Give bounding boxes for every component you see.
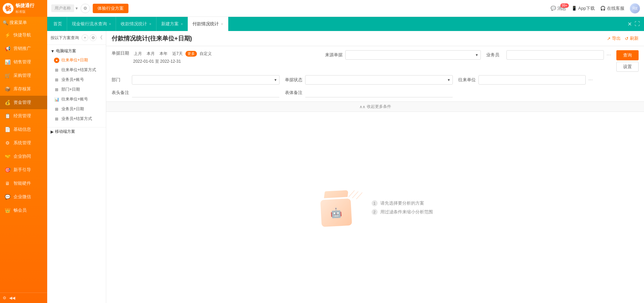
scheme-add-btn[interactable]: + [82,34,88,41]
query-btn[interactable]: 查询 [616,50,639,60]
date-btn-custom[interactable]: 自定义 [198,50,214,57]
sidebar-item-basic-info[interactable]: 📄 基础信息 [0,123,47,136]
sidebar-item-hardware[interactable]: 🖥 智能硬件 [0,177,47,190]
table-body-note-input[interactable] [305,88,453,97]
topbar-notifications[interactable]: 💬 消息 99+ [551,5,566,11]
sidebar-item-enterprise[interactable]: 🤝 企业协同 [0,150,47,163]
scheme-item-salesman-date[interactable]: ⊞ 业务员+日期 [47,104,106,114]
tab-payment-stats[interactable]: 付款情况统计 × [188,17,228,31]
sidebar-search-item[interactable]: 🔍 搜索菜单 [0,17,47,28]
sidebar-item-sales[interactable]: 📊 销售管理 [0,55,47,69]
tab-collection-stats[interactable]: 收款情况统计 × [116,17,156,31]
app-icon: 📱 [572,6,577,11]
doc-status-select[interactable] [305,75,453,85]
export-btn[interactable]: ↗ 导出 [607,35,621,41]
desktop-group-chevron-icon [51,49,55,54]
date-btn-7days[interactable]: 近7天 [170,50,185,57]
date-filter-label: 单据日期 [112,50,129,56]
scheme-item-unit-settle[interactable]: ⊞ 往来单位+结算方式 [47,65,106,75]
service-icon: 🎧 [600,6,606,11]
scheme-item-dept-date[interactable]: ⊞ 部门+日期 [47,85,106,94]
notifications-badge: 99+ [560,3,569,8]
guide-icon: 🎯 [4,166,11,173]
scheme-item-salesman-account-label: 业务员+账号 [61,77,84,83]
collapse-bar-icon: ∧∧ [359,104,365,109]
date-btn-this-year[interactable]: 本年 [157,50,170,57]
sidebar-logo-sub: 标准版 [16,9,34,14]
date-btn-more[interactable]: 更多 [185,51,197,57]
collapse-bar-text: ∧∧ 收起更多条件 [359,104,391,110]
source-doc-filter: 来源单据 [325,50,481,60]
source-doc-select[interactable] [345,50,481,60]
scheme-item-unit-account-label: 往来单位+账号 [61,96,88,102]
message-icon: 💬 [551,6,556,11]
tab-cash-flow[interactable]: 现金银行流水查询 × [67,17,116,31]
date-btn-last-month[interactable]: 上月 [132,50,144,57]
tab-new-scheme[interactable]: 新建方案 × [156,17,188,31]
tab-new-scheme-close[interactable]: × [181,22,183,26]
filter-row-3: 表头备注 表体备注 [112,88,639,97]
sidebar-item-marketing[interactable]: 📢 营销推广 [0,42,47,55]
tabbar-close-all-btn[interactable]: ✕ [627,21,632,27]
scheme-item-unit-account[interactable]: 📊 往来单位+账号 [47,94,106,104]
doc-status-filter: 单据状态 [285,75,453,85]
related-unit-filter: 往来单位 ··· [458,75,593,85]
tab-home[interactable]: 首页 [49,17,67,31]
page-title: 付款情况统计(往来单位+日期) [112,34,192,42]
salesman-select[interactable] [506,50,604,60]
tip-num-1: 1 [372,200,378,206]
scheme-item-dept-date-label: 部门+日期 [61,87,80,92]
topbar-trial-btn[interactable]: 体验行业方案 [93,4,128,13]
scheme-item-salesman-account[interactable]: ⊞ 业务员+账号 [47,75,106,85]
sidebar-item-capital[interactable]: 💰 资金管理 [0,96,47,109]
topbar-settings-btn[interactable]: ⚙ [81,4,90,13]
scheme-item-salesman-settle[interactable]: ⊞ 业务员+结算方式 [47,114,106,124]
table-head-note-input[interactable] [132,88,280,97]
desktop-group-header[interactable]: 电脑端方案 [47,47,106,55]
search-icon: 🔍 [3,20,8,25]
sidebar-item-guide[interactable]: 🎯 新手引导 [0,163,47,177]
topbar-avatar[interactable]: Rit [630,3,640,13]
topbar-app-download[interactable]: 📱 App下载 [572,5,595,11]
sidebar-item-vip[interactable]: 👑 畅会员 [0,204,47,217]
sidebar-item-operations[interactable]: 📋 经营管理 [0,109,47,123]
collapse-bar[interactable]: ∧∧ 收起更多条件 [106,102,644,112]
empty-robot-face: 🤖 [330,207,342,218]
sidebar-item-purchase[interactable]: 🛒 采购管理 [0,69,47,82]
mobile-group-chevron-icon [51,129,54,134]
tab-cash-flow-close[interactable]: × [109,22,111,26]
scheme-item-unit-settle-label: 往来单位+结算方式 [61,67,96,73]
scheme-item-unit-date[interactable]: ● 往来单位+日期 [47,55,106,65]
quick-nav-icon: ⚡ [4,32,11,38]
related-unit-dots-icon[interactable]: ··· [588,77,593,83]
tabbar-expand-btn[interactable]: ⛶ [635,21,640,27]
sidebar-item-system[interactable]: ⚙ 系统管理 [0,136,47,150]
empty-state: ╱╱╱ 🤖 1 请先选择要分析的方案 2 [106,112,644,303]
sidebar-bottom-settings[interactable]: ⚙ [3,296,6,300]
salesman-account-icon: ⊞ [54,77,59,83]
date-btn-this-month[interactable]: 本月 [145,50,157,57]
dept-select[interactable] [132,75,280,85]
sidebar-item-inventory[interactable]: 📦 库存核算 [0,82,47,96]
tab-collection-stats-close[interactable]: × [149,22,151,26]
sidebar-collapse-btn[interactable]: ◀◀ [9,296,15,300]
export-icon: ↗ [607,36,611,41]
mobile-group-header[interactable]: 移动端方案 [47,127,106,136]
related-unit-select[interactable] [478,75,585,85]
scheme-item-salesman-date-label: 业务员+日期 [61,106,84,112]
sidebar-item-quick-nav[interactable]: ⚡ 快捷导航 [0,28,47,42]
sidebar-logo-name: 畅捷通行 [16,3,34,9]
sidebar-item-label: 经营管理 [13,113,31,119]
scheme-collapse-btn[interactable]: 《 [98,35,103,41]
empty-tip-1-text: 请先选择要分析的方案 [380,200,424,206]
topbar-online-service[interactable]: 🎧 在线客服 [600,5,624,11]
refresh-btn[interactable]: ↺ 刷新 [625,35,639,41]
topbar-user-name: 用户名称 [51,4,74,12]
filter-settings-btn[interactable]: 设置 [616,62,639,72]
tab-payment-stats-close[interactable]: × [221,22,223,26]
scheme-settings-btn[interactable]: ⚙ [90,34,96,41]
sidebar-item-weixin[interactable]: 💬 企业微信 [0,190,47,204]
salesman-dots-icon[interactable]: ··· [607,52,611,58]
sidebar-item-label: 基础信息 [13,126,31,132]
topbar-user-dropdown-icon[interactable] [76,6,78,11]
